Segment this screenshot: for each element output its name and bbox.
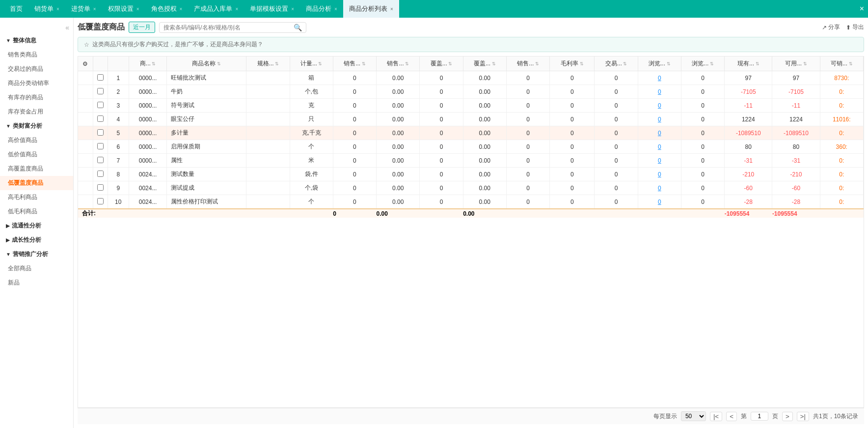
table-row: 4 0000... 眼宝公仔 只 0 0.00 0 0.00 0 0 0 0 0… <box>78 113 864 126</box>
nav-template-settings[interactable]: 单据模板设置 × <box>244 0 300 18</box>
available-column-header[interactable]: 可用... <box>772 57 820 71</box>
trade-cnt-cell: 0 <box>595 113 638 126</box>
current-column-header[interactable]: 现有... <box>725 57 772 71</box>
export-button[interactable]: ⬆ 导出 <box>846 23 864 31</box>
sales-qty-column-header[interactable]: 销售... <box>333 57 376 71</box>
no-cell: 2 <box>108 85 129 99</box>
checkbox-cell[interactable] <box>93 85 108 99</box>
per-page-select[interactable]: 50 20 100 200 <box>681 411 706 421</box>
browse1-cell[interactable]: 0 <box>638 195 681 209</box>
sidebar-item-low-gross[interactable]: 低毛利商品 <box>0 204 73 219</box>
sidebar-group-liquidity[interactable]: ▶ 流通性分析 <box>0 219 73 233</box>
gross-rate-column-header[interactable]: 毛利率 <box>550 57 595 71</box>
sidebar-group-growth[interactable]: ▶ 成长性分析 <box>0 233 73 247</box>
sales-amt-column-header[interactable]: 销售... <box>377 57 420 71</box>
trade-cnt-cell: 0 <box>595 140 638 154</box>
saleable-column-header[interactable]: 可销... <box>820 57 863 71</box>
nav-product-inbound[interactable]: 产成品入库单 × <box>188 0 244 18</box>
browse1-cell[interactable]: 0 <box>638 85 681 99</box>
checkbox-cell[interactable] <box>93 99 108 113</box>
name-cell: 测试数量 <box>167 168 246 181</box>
sidebar-group-marketing[interactable]: ▼ 营销推广分析 <box>0 247 73 261</box>
nav-product-analysis[interactable]: 商品分析 × <box>300 0 343 18</box>
browse1-cell[interactable]: 0 <box>638 113 681 126</box>
last-page-button[interactable]: >| <box>797 412 809 421</box>
spec-column-header[interactable]: 规格... <box>246 57 290 71</box>
nav-close-icon[interactable]: × <box>180 6 183 12</box>
browse1-cell[interactable]: 0 <box>638 99 681 113</box>
sidebar-item-category-turnover[interactable]: 商品分类动销率 <box>0 76 73 90</box>
nav-close-icon[interactable]: × <box>390 6 393 12</box>
name-cell: 符号测试 <box>167 99 246 113</box>
sidebar-item-high-value[interactable]: 高价值商品 <box>0 133 73 147</box>
sales-x-cell: 0 <box>506 113 549 126</box>
sidebar-item-high-coverage[interactable]: 高覆盖度商品 <box>0 162 73 176</box>
search-input[interactable] <box>163 24 294 31</box>
trade-cnt-column-header[interactable]: 交易... <box>595 57 638 71</box>
cover-rate-column-header[interactable]: 覆盖... <box>463 57 506 71</box>
checkbox-cell[interactable] <box>93 126 108 140</box>
data-table-container: ⚙ 商... 商品名称 规格... 计量... 销售... 销售... 覆盖..… <box>78 56 864 408</box>
checkbox-cell[interactable] <box>93 140 108 154</box>
sidebar-item-stock-capital[interactable]: 库存资金占用 <box>0 105 73 119</box>
sidebar-item-low-coverage[interactable]: 低覆盖度商品 <box>0 176 73 190</box>
first-page-button[interactable]: |< <box>710 412 722 421</box>
nav-close-icon[interactable]: × <box>235 6 238 12</box>
cover-cnt-column-header[interactable]: 覆盖... <box>420 57 463 71</box>
nav-close-icon[interactable]: × <box>136 6 139 12</box>
browse2-column-header[interactable]: 浏览... <box>681 57 724 71</box>
browse1-cell[interactable]: 0 <box>638 181 681 195</box>
settings-column-header[interactable]: ⚙ <box>78 57 93 71</box>
browse1-cell[interactable]: 0 <box>638 71 681 85</box>
close-all-button[interactable]: × <box>860 4 864 13</box>
sidebar-group-wealth[interactable]: ▼ 类财富分析 <box>0 119 73 133</box>
sidebar-item-sales-products[interactable]: 销售类商品 <box>0 48 73 62</box>
no-cell: 10 <box>108 195 129 209</box>
code-cell: 0024... <box>129 181 167 195</box>
sidebar-item-low-value[interactable]: 低价值商品 <box>0 147 73 162</box>
next-page-button[interactable]: > <box>782 412 793 421</box>
nav-product-analysis-list[interactable]: 商品分析列表 × <box>343 0 399 18</box>
sidebar-group-overall[interactable]: ▼ 整体信息 <box>0 33 73 48</box>
sidebar-item-stock-products[interactable]: 有库存的商品 <box>0 90 73 105</box>
sidebar-collapse-button[interactable]: « <box>0 22 73 33</box>
checkbox-cell[interactable] <box>93 195 108 209</box>
page-label: 第 <box>741 412 747 421</box>
nav-home[interactable]: 首页 <box>4 0 28 18</box>
browse1-cell[interactable]: 0 <box>638 154 681 168</box>
browse1-column-header[interactable]: 浏览... <box>638 57 681 71</box>
cover-rate-cell: 0.00 <box>463 168 506 181</box>
unit-column-header[interactable]: 计量... <box>290 57 333 71</box>
settings-cell <box>78 99 93 113</box>
checkbox-cell[interactable] <box>93 113 108 126</box>
checkbox-cell[interactable] <box>93 71 108 85</box>
checkbox-cell[interactable] <box>93 168 108 181</box>
sales-x-column-header[interactable]: 销售... <box>506 57 549 71</box>
checkbox-cell[interactable] <box>93 181 108 195</box>
nav-close-icon[interactable]: × <box>334 6 337 12</box>
sidebar-item-high-gross[interactable]: 高毛利商品 <box>0 190 73 204</box>
page-input[interactable] <box>751 412 768 421</box>
browse1-cell[interactable]: 0 <box>638 126 681 140</box>
prev-page-button[interactable]: < <box>726 412 737 421</box>
browse1-cell[interactable]: 0 <box>638 168 681 181</box>
trade-cnt-cell: 0 <box>595 154 638 168</box>
name-column-header[interactable]: 商品名称 <box>167 57 246 71</box>
share-button[interactable]: ↗ 分享 <box>822 23 840 31</box>
nav-close-icon[interactable]: × <box>291 6 294 12</box>
name-cell: 启用保质期 <box>167 140 246 154</box>
browse1-cell[interactable]: 0 <box>638 140 681 154</box>
checkbox-cell[interactable] <box>93 154 108 168</box>
nav-close-icon[interactable]: × <box>56 6 59 12</box>
sidebar-item-all-products[interactable]: 全部商品 <box>0 261 73 276</box>
nav-close-icon[interactable]: × <box>93 6 96 12</box>
nav-sales-order[interactable]: 销货单 × <box>28 0 65 18</box>
unit-cell: 克,千克 <box>290 126 333 140</box>
nav-permissions[interactable]: 权限设置 × <box>102 0 145 18</box>
code-column-header[interactable]: 商... <box>129 57 167 71</box>
time-filter-button[interactable]: 近一月 <box>129 22 155 33</box>
nav-purchase-order[interactable]: 进货单 × <box>65 0 102 18</box>
sidebar-item-traded-products[interactable]: 交易过的商品 <box>0 62 73 76</box>
sidebar-item-new-products[interactable]: 新品 <box>0 276 73 290</box>
nav-role-auth[interactable]: 角色授权 × <box>145 0 189 18</box>
